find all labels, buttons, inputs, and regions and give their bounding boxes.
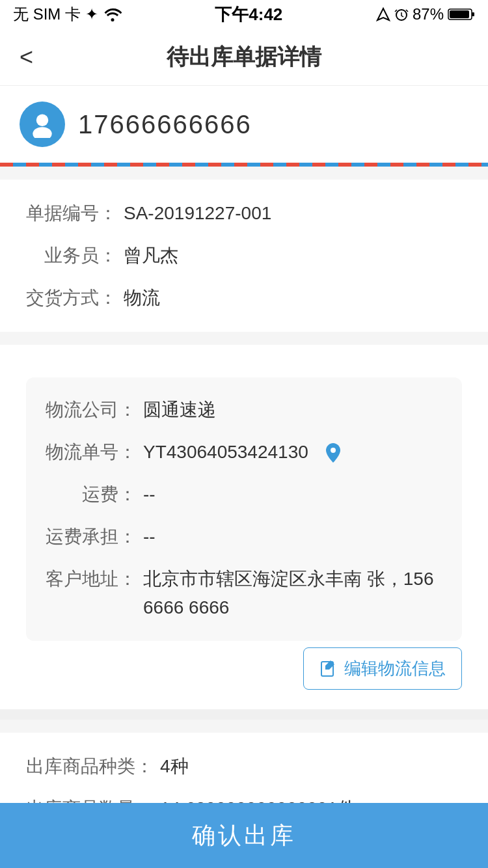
page-title: 待出库单据详情 (167, 42, 321, 72)
tracking-no-value: YT43064053424130 (143, 438, 442, 467)
order-info-section: 单据编号： SA-20191227-001 业务员： 曾凡杰 交货方式： 物流 (0, 180, 488, 332)
logistics-company-row: 物流公司： 圆通速递 (46, 396, 442, 425)
address-value: 北京市市辖区海淀区永丰南 张，156 6666 6666 (143, 565, 442, 623)
confirm-button[interactable]: 确认出库 (0, 803, 488, 868)
status-left: 无 SIM 卡 ✦ (13, 4, 122, 25)
avatar (20, 102, 65, 147)
dashed-separator (0, 163, 488, 167)
order-no-value: SA-20191227-001 (124, 199, 462, 228)
svg-point-4 (36, 114, 48, 126)
tracking-no-row: 物流单号： YT43064053424130 (46, 438, 442, 467)
salesman-label: 业务员： (26, 241, 117, 271)
svg-rect-2 (472, 12, 474, 16)
wifi-icon (103, 7, 122, 21)
user-icon (29, 111, 56, 138)
freight-value: -- (143, 480, 442, 509)
freight-bear-row: 运费承担： -- (46, 522, 442, 552)
alarm-icon (394, 7, 409, 21)
svg-point-5 (33, 127, 51, 138)
goods-type-label: 出库商品种类： (26, 752, 154, 781)
delivery-label: 交货方式： (26, 284, 117, 313)
svg-point-6 (331, 448, 336, 453)
sim-status: 无 SIM 卡 ✦ (13, 4, 98, 25)
status-bar: 无 SIM 卡 ✦ 下午4:42 87% (0, 0, 488, 29)
freight-bear-value: -- (143, 522, 442, 552)
status-right: 87% (376, 5, 475, 23)
nav-bar: < 待出库单据详情 (0, 29, 488, 86)
order-no-label: 单据编号： (26, 199, 117, 228)
logistics-company-label: 物流公司： (46, 396, 137, 425)
freight-row: 运费： -- (46, 480, 442, 509)
location-arrow-icon (376, 7, 390, 21)
address-label: 客户地址： (46, 565, 137, 594)
back-button[interactable]: < (20, 44, 59, 71)
svg-rect-3 (450, 10, 469, 18)
salesman-row: 业务员： 曾凡杰 (26, 241, 462, 271)
logistics-card: 物流公司： 圆通速递 物流单号： YT43064053424130 运费： --… (26, 377, 462, 641)
edit-icon (319, 660, 338, 678)
order-no-row: 单据编号： SA-20191227-001 (26, 199, 462, 228)
delivery-row: 交货方式： 物流 (26, 284, 462, 313)
salesman-value: 曾凡杰 (124, 241, 462, 271)
edit-logistics-button[interactable]: 编辑物流信息 (303, 647, 462, 690)
freight-label: 运费： (46, 480, 137, 509)
logistics-section: 物流公司： 圆通速递 物流单号： YT43064053424130 运费： --… (0, 345, 488, 709)
goods-type-value: 4种 (160, 752, 462, 781)
battery-text: 87% (413, 5, 444, 23)
section-divider (0, 709, 488, 720)
address-row: 客户地址： 北京市市辖区海淀区永丰南 张，156 6666 6666 (46, 565, 442, 623)
location-pin-icon[interactable] (319, 439, 347, 467)
battery-icon (448, 7, 475, 21)
status-time: 下午4:42 (215, 3, 282, 26)
tracking-no-label: 物流单号： (46, 438, 137, 467)
freight-bear-label: 运费承担： (46, 522, 137, 552)
logistics-company-value: 圆通速递 (143, 396, 442, 425)
user-header: 17666666666 (0, 86, 488, 163)
delivery-value: 物流 (124, 284, 462, 313)
goods-type-row: 出库商品种类： 4种 (26, 752, 462, 781)
user-phone: 17666666666 (78, 110, 252, 139)
